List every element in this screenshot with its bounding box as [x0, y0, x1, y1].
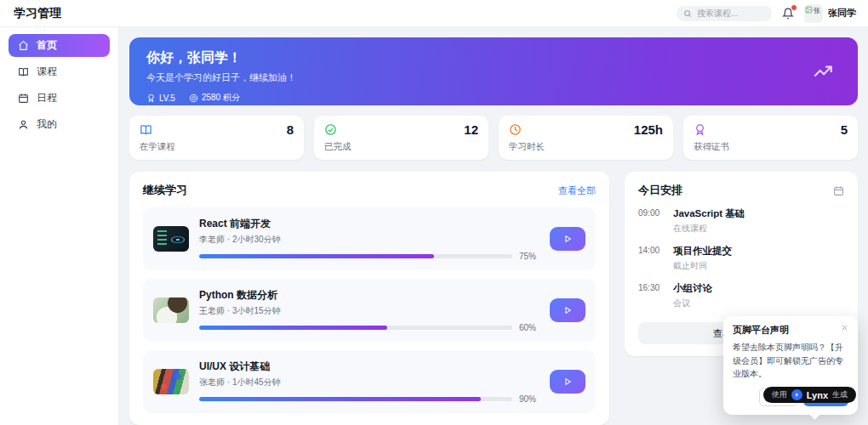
play-icon — [563, 306, 572, 314]
sidebar-item-schedule[interactable]: 日程 — [9, 87, 110, 110]
course-title: Python 数据分析 — [199, 288, 540, 303]
course-title: UI/UX 设计基础 — [199, 360, 540, 374]
sidebar-item-courses[interactable]: 课程 — [9, 60, 110, 83]
course-thumbnail — [153, 298, 189, 323]
progress-fill — [199, 254, 434, 258]
stat-value: 8 — [287, 122, 294, 137]
book-icon — [140, 123, 152, 136]
stat-label: 获得证书 — [694, 141, 848, 153]
progress-fill — [199, 326, 387, 330]
notification-dot — [791, 4, 797, 11]
stat-card-study-hours: 125h 学习时长 — [499, 116, 673, 160]
badge-prefix: 使用 — [772, 389, 787, 400]
hero-greeting: 你好，张同学！ — [146, 49, 841, 67]
course-meta: 王老师 · 3小时15分钟 — [199, 305, 540, 317]
stat-label: 已完成 — [324, 141, 478, 153]
progress-fill — [199, 397, 481, 401]
stat-value: 5 — [841, 122, 848, 137]
stat-value: 125h — [634, 122, 663, 137]
progress-track — [199, 326, 512, 330]
search-icon — [683, 9, 692, 18]
lynx-logo-icon — [791, 389, 802, 400]
check-circle-icon — [324, 123, 337, 136]
badge-suffix: 生成 — [832, 389, 848, 400]
stat-label: 在学课程 — [140, 141, 294, 153]
course-meta: 张老师 · 1小时45分钟 — [199, 377, 540, 388]
stat-card-completed: 12 已完成 — [314, 116, 488, 160]
level-text: LV.5 — [159, 94, 175, 103]
points-text: 2580 积分 — [202, 92, 240, 104]
search-box[interactable] — [677, 6, 772, 21]
schedule-item: 16:30 小组讨论 会议 — [638, 282, 844, 309]
level-badge: LV.5 — [146, 94, 175, 103]
user-name: 张同学 — [828, 7, 856, 20]
user-menu[interactable]: 张 张同学 — [804, 4, 856, 23]
progress-percent: 60% — [519, 323, 540, 332]
schedule-subtitle: 截止时间 — [673, 260, 732, 272]
broken-image-icon — [805, 6, 813, 14]
course-row-uiux[interactable]: UI/UX 设计基础 张老师 · 1小时45分钟 90% — [143, 350, 596, 413]
schedule-time: 14:00 — [638, 245, 664, 272]
hero-subtitle: 今天是个学习的好日子，继续加油！ — [146, 71, 841, 84]
sidebar-item-label: 日程 — [37, 91, 57, 105]
coin-icon — [189, 94, 198, 103]
trending-up-icon — [812, 60, 834, 82]
course-row-react[interactable]: React 前端开发 李老师 · 2小时30分钟 75% — [143, 207, 596, 270]
avatar: 张 — [804, 4, 823, 23]
popup-title: 页脚平台声明 — [733, 324, 789, 337]
stat-label: 学习时长 — [509, 141, 663, 153]
hero-badges: LV.5 2580 积分 — [146, 92, 841, 104]
schedule-time: 16:30 — [638, 282, 664, 309]
sidebar-item-label: 我的 — [37, 117, 57, 132]
course-row-python[interactable]: Python 数据分析 王老师 · 3小时15分钟 60% — [143, 279, 596, 342]
header-actions: 张 张同学 — [677, 4, 856, 23]
stat-card-certificates: 5 获得证书 — [683, 116, 858, 160]
stats-row: 8 在学课程 12 已完成 125h 学习时长 — [129, 116, 858, 160]
badge-brand: Lynx — [807, 390, 828, 400]
home-icon — [18, 40, 29, 51]
schedule-title: 项目作业提交 — [673, 245, 732, 258]
course-meta: 李老师 · 2小时30分钟 — [199, 234, 540, 246]
medal-icon — [694, 123, 706, 136]
schedule-subtitle: 在线课程 — [673, 223, 745, 235]
play-button[interactable] — [550, 298, 585, 322]
progress-track — [199, 397, 512, 401]
clock-icon — [509, 123, 522, 136]
schedule-time: 09:00 — [638, 207, 664, 235]
calendar-icon — [833, 185, 844, 196]
play-button[interactable] — [550, 370, 585, 394]
play-icon — [563, 235, 572, 243]
notification-bell-button[interactable] — [782, 8, 794, 20]
lynx-attribution-badge[interactable]: 使用 Lynx 生成 — [763, 387, 856, 403]
popup-body-text: 希望去除本页脚声明吗？【升级会员】即可解锁无广告的专业版本。 — [733, 341, 848, 381]
panel-title: 继续学习 — [143, 183, 187, 198]
stat-card-active-courses: 8 在学课程 — [129, 116, 304, 160]
sidebar-item-label: 首页 — [37, 38, 57, 53]
progress-track — [199, 254, 512, 258]
play-button[interactable] — [550, 227, 585, 251]
schedule-subtitle: 会议 — [673, 298, 712, 309]
course-thumbnail — [153, 226, 189, 252]
sidebar-item-profile[interactable]: 我的 — [9, 113, 110, 136]
close-icon[interactable] — [841, 324, 848, 332]
hero-banner: 你好，张同学！ 今天是个学习的好日子，继续加油！ LV.5 2580 积分 — [129, 37, 858, 105]
schedule-title: JavaScript 基础 — [673, 207, 745, 220]
progress-percent: 75% — [519, 252, 540, 261]
view-all-link[interactable]: 查看全部 — [558, 184, 596, 197]
search-input[interactable] — [697, 8, 765, 18]
sidebar-item-home[interactable]: 首页 — [9, 34, 110, 57]
app-header: 学习管理 张 张同学 — [0, 0, 868, 27]
points-badge: 2580 积分 — [189, 92, 240, 104]
progress-percent: 90% — [519, 394, 540, 404]
schedule-item: 14:00 项目作业提交 截止时间 — [638, 245, 844, 272]
sidebar: 首页 课程 日程 我的 — [0, 27, 119, 425]
schedule-item: 09:00 JavaScript 基础 在线课程 — [638, 207, 844, 235]
avatar-alt-text: 张 — [814, 6, 820, 15]
medal-icon — [146, 94, 156, 103]
course-thumbnail — [153, 369, 189, 394]
sidebar-item-label: 课程 — [37, 65, 57, 79]
app-title: 学习管理 — [14, 6, 61, 21]
play-icon — [563, 377, 572, 386]
user-icon — [18, 119, 29, 130]
continue-learning-panel: 继续学习 查看全部 React 前端开发 李老师 · 2小时30分钟 75% — [129, 172, 609, 425]
